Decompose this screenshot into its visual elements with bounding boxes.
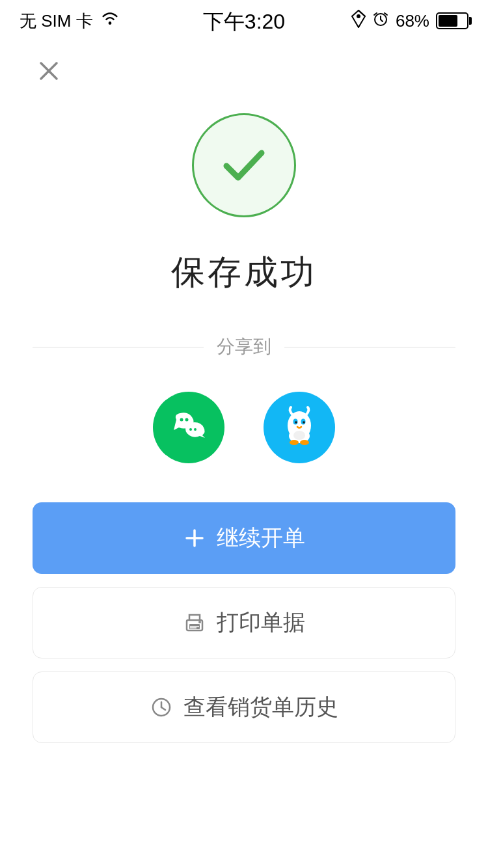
print-label: 打印单据 bbox=[217, 608, 305, 638]
wechat-share-button[interactable] bbox=[153, 392, 224, 463]
svg-point-18 bbox=[290, 440, 299, 445]
svg-point-9 bbox=[194, 428, 197, 431]
share-label: 分享到 bbox=[217, 334, 271, 359]
continue-label: 继续开单 bbox=[217, 523, 305, 553]
plus-icon bbox=[183, 526, 206, 550]
svg-point-1 bbox=[357, 14, 360, 18]
battery-percent: 68% bbox=[396, 11, 429, 31]
status-bar: 无 SIM 卡 下午3:20 68 bbox=[0, 0, 488, 42]
svg-line-29 bbox=[161, 707, 165, 710]
battery-icon bbox=[436, 12, 468, 29]
svg-point-14 bbox=[295, 421, 297, 424]
share-icons-container bbox=[33, 392, 455, 463]
status-right: 68% bbox=[351, 10, 468, 33]
main-content: 保存成功 分享到 bbox=[0, 42, 488, 776]
svg-point-7 bbox=[185, 418, 189, 422]
print-icon bbox=[183, 611, 206, 634]
svg-point-8 bbox=[189, 428, 192, 431]
svg-point-6 bbox=[180, 418, 183, 422]
close-button-container bbox=[33, 55, 455, 87]
checkmark-icon bbox=[215, 136, 273, 195]
share-divider: 分享到 bbox=[33, 334, 455, 359]
share-section: 分享到 bbox=[33, 334, 455, 463]
success-title: 保存成功 bbox=[171, 250, 317, 295]
close-button[interactable] bbox=[33, 55, 65, 87]
alarm-icon bbox=[372, 10, 389, 32]
success-icon-circle bbox=[192, 113, 296, 217]
status-left: 无 SIM 卡 bbox=[20, 10, 120, 33]
print-button[interactable]: 打印单据 bbox=[33, 587, 455, 658]
action-buttons: 继续开单 打印单据 bbox=[33, 502, 455, 743]
qq-share-button[interactable] bbox=[264, 392, 335, 463]
time-display: 下午3:20 bbox=[203, 8, 285, 36]
wifi-icon bbox=[100, 11, 120, 31]
continue-button[interactable]: 继续开单 bbox=[33, 502, 455, 574]
history-label: 查看销货单历史 bbox=[183, 692, 338, 722]
svg-point-19 bbox=[300, 440, 309, 445]
clock-icon bbox=[150, 696, 173, 719]
carrier-label: 无 SIM 卡 bbox=[20, 10, 93, 33]
svg-point-0 bbox=[108, 21, 111, 25]
svg-point-17 bbox=[293, 431, 305, 440]
history-button[interactable]: 查看销货单历史 bbox=[33, 671, 455, 743]
svg-point-15 bbox=[303, 421, 305, 424]
location-icon bbox=[351, 10, 366, 33]
svg-point-26 bbox=[198, 621, 201, 623]
